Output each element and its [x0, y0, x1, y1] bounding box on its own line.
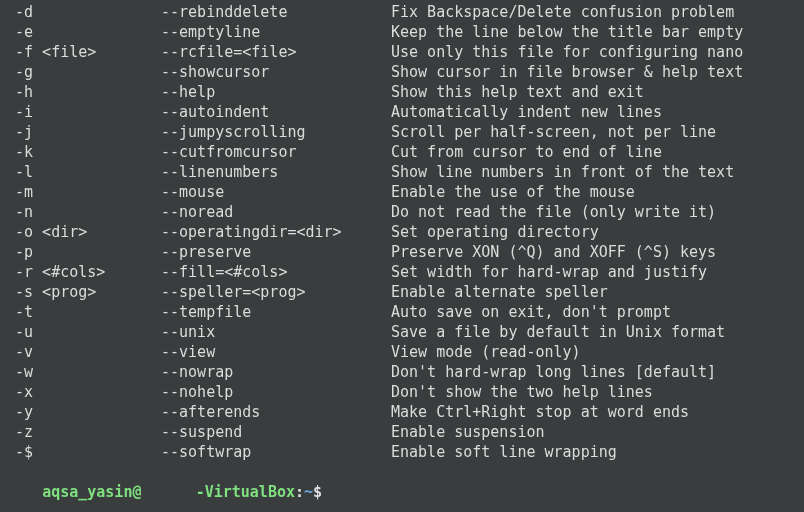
option-description: Auto save on exit, don't prompt	[391, 302, 804, 322]
help-option-row: -r <#cols>--fill=<#cols>Set width for ha…	[6, 262, 804, 282]
option-short-flag: -w	[6, 362, 161, 382]
option-short-flag: -d	[6, 2, 161, 22]
terminal-output[interactable]: -d--rebinddeleteFix Backspace/Delete con…	[0, 0, 804, 512]
help-option-row: -w--nowrapDon't hard-wrap long lines [de…	[6, 362, 804, 382]
option-long-flag: --view	[161, 342, 391, 362]
option-long-flag: --mouse	[161, 182, 391, 202]
option-long-flag: --fill=<#cols>	[161, 262, 391, 282]
option-long-flag: --unix	[161, 322, 391, 342]
option-short-flag: -s <prog>	[6, 282, 161, 302]
option-long-flag: --emptyline	[161, 22, 391, 42]
shell-prompt[interactable]: aqsa_yasin@ -VirtualBox:~$	[6, 462, 804, 512]
option-description: Do not read the file (only write it)	[391, 202, 804, 222]
option-short-flag: -h	[6, 82, 161, 102]
option-long-flag: --autoindent	[161, 102, 391, 122]
prompt-pad	[141, 483, 195, 501]
option-short-flag: -u	[6, 322, 161, 342]
help-option-row: -v--viewView mode (read-only)	[6, 342, 804, 362]
option-description: Make Ctrl+Right stop at word ends	[391, 402, 804, 422]
option-short-flag: -l	[6, 162, 161, 182]
option-short-flag: -$	[6, 442, 161, 462]
option-description: Keep the line below the title bar empty	[391, 22, 804, 42]
option-description: Cut from cursor to end of line	[391, 142, 804, 162]
option-description: Enable the use of the mouse	[391, 182, 804, 202]
option-long-flag: --rebinddelete	[161, 2, 391, 22]
help-option-row: -l--linenumbersShow line numbers in fron…	[6, 162, 804, 182]
help-option-row: -y--afterendsMake Ctrl+Right stop at wor…	[6, 402, 804, 422]
option-long-flag: --noread	[161, 202, 391, 222]
option-short-flag: -g	[6, 62, 161, 82]
option-description: Automatically indent new lines	[391, 102, 804, 122]
prompt-separator: :	[295, 483, 304, 501]
option-description: View mode (read-only)	[391, 342, 804, 362]
option-long-flag: --operatingdir=<dir>	[161, 222, 391, 242]
option-description: Don't show the two help lines	[391, 382, 804, 402]
option-description: Enable suspension	[391, 422, 804, 442]
help-option-row: -e--emptylineKeep the line below the tit…	[6, 22, 804, 42]
option-long-flag: --tempfile	[161, 302, 391, 322]
option-long-flag: --showcursor	[161, 62, 391, 82]
option-short-flag: -x	[6, 382, 161, 402]
option-description: Don't hard-wrap long lines [default]	[391, 362, 804, 382]
help-option-list: -d--rebinddeleteFix Backspace/Delete con…	[6, 2, 804, 462]
prompt-host: -VirtualBox	[196, 483, 295, 501]
option-short-flag: -n	[6, 202, 161, 222]
option-description: Show this help text and exit	[391, 82, 804, 102]
help-option-row: -u--unixSave a file by default in Unix f…	[6, 322, 804, 342]
option-long-flag: --cutfromcursor	[161, 142, 391, 162]
option-short-flag: -p	[6, 242, 161, 262]
help-option-row: -o <dir>--operatingdir=<dir>Set operatin…	[6, 222, 804, 242]
option-short-flag: -t	[6, 302, 161, 322]
help-option-row: -g--showcursorShow cursor in file browse…	[6, 62, 804, 82]
option-long-flag: --help	[161, 82, 391, 102]
help-option-row: -n--noreadDo not read the file (only wri…	[6, 202, 804, 222]
option-description: Use only this file for configuring nano	[391, 42, 804, 62]
help-option-row: -h--helpShow this help text and exit	[6, 82, 804, 102]
prompt-user: aqsa_yasin@	[42, 483, 141, 501]
option-short-flag: -o <dir>	[6, 222, 161, 242]
option-long-flag: --softwrap	[161, 442, 391, 462]
help-option-row: -$--softwrapEnable soft line wrapping	[6, 442, 804, 462]
option-short-flag: -z	[6, 422, 161, 442]
help-option-row: -s <prog>--speller=<prog>Enable alternat…	[6, 282, 804, 302]
help-option-row: -p--preservePreserve XON (^Q) and XOFF (…	[6, 242, 804, 262]
option-short-flag: -v	[6, 342, 161, 362]
option-short-flag: -k	[6, 142, 161, 162]
help-option-row: -x--nohelpDon't show the two help lines	[6, 382, 804, 402]
option-long-flag: --suspend	[161, 422, 391, 442]
option-long-flag: --linenumbers	[161, 162, 391, 182]
option-description: Enable alternate speller	[391, 282, 804, 302]
option-description: Save a file by default in Unix format	[391, 322, 804, 342]
option-description: Set operating directory	[391, 222, 804, 242]
option-short-flag: -f <file>	[6, 42, 161, 62]
option-description: Show cursor in file browser & help text	[391, 62, 804, 82]
option-short-flag: -r <#cols>	[6, 262, 161, 282]
help-option-row: -z--suspendEnable suspension	[6, 422, 804, 442]
option-description: Enable soft line wrapping	[391, 442, 804, 462]
option-description: Set width for hard-wrap and justify	[391, 262, 804, 282]
help-option-row: -f <file>--rcfile=<file>Use only this fi…	[6, 42, 804, 62]
option-long-flag: --nowrap	[161, 362, 391, 382]
help-option-row: -t--tempfileAuto save on exit, don't pro…	[6, 302, 804, 322]
option-short-flag: -e	[6, 22, 161, 42]
option-short-flag: -m	[6, 182, 161, 202]
option-long-flag: --preserve	[161, 242, 391, 262]
option-long-flag: --rcfile=<file>	[161, 42, 391, 62]
option-short-flag: -j	[6, 122, 161, 142]
option-description: Fix Backspace/Delete confusion problem	[391, 2, 804, 22]
option-long-flag: --afterends	[161, 402, 391, 422]
option-short-flag: -i	[6, 102, 161, 122]
option-description: Scroll per half-screen, not per line	[391, 122, 804, 142]
option-long-flag: --nohelp	[161, 382, 391, 402]
option-description: Show line numbers in front of the text	[391, 162, 804, 182]
prompt-path: ~	[304, 483, 313, 501]
help-option-row: -i--autoindentAutomatically indent new l…	[6, 102, 804, 122]
option-long-flag: --jumpyscrolling	[161, 122, 391, 142]
option-short-flag: -y	[6, 402, 161, 422]
help-option-row: -j--jumpyscrollingScroll per half-screen…	[6, 122, 804, 142]
help-option-row: -k--cutfromcursorCut from cursor to end …	[6, 142, 804, 162]
help-option-row: -d--rebinddeleteFix Backspace/Delete con…	[6, 2, 804, 22]
prompt-symbol: $	[313, 483, 322, 501]
option-long-flag: --speller=<prog>	[161, 282, 391, 302]
option-description: Preserve XON (^Q) and XOFF (^S) keys	[391, 242, 804, 262]
